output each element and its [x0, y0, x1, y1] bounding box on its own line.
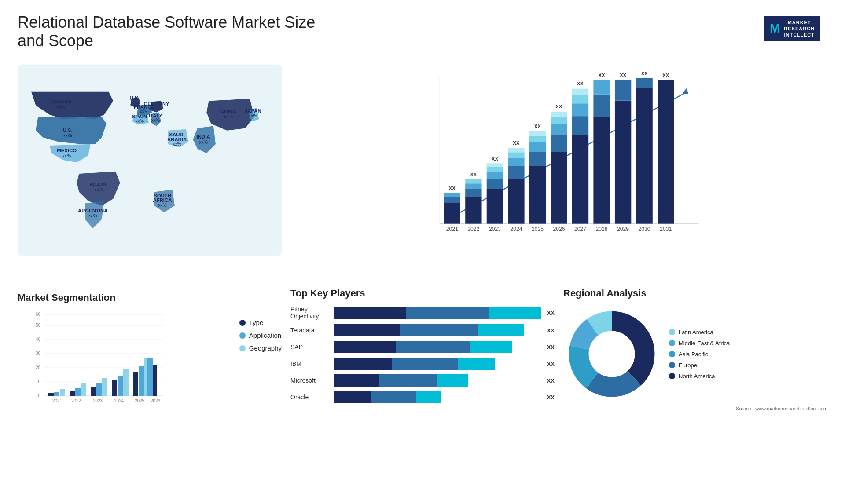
player-name-sap: SAP — [290, 343, 330, 351]
svg-text:XX: XX — [449, 186, 456, 191]
page-title: Relational Database Software Market Size… — [18, 13, 326, 50]
svg-text:XX: XX — [492, 156, 498, 161]
svg-text:ARGENTINA: ARGENTINA — [78, 208, 108, 213]
bar-seg2 — [406, 307, 489, 319]
key-players-title: Top Key Players — [290, 288, 555, 299]
player-row-microsoft: Microsoft XX — [290, 374, 555, 387]
legend-mea-label: Middle East & Africa — [679, 340, 730, 347]
player-row-sap: SAP XX — [290, 341, 555, 353]
legend-asia-dot — [669, 351, 675, 357]
bar-seg3 — [489, 307, 541, 319]
svg-marker-36 — [682, 88, 688, 95]
svg-text:AFRICA: AFRICA — [153, 197, 172, 203]
svg-point-144 — [590, 332, 634, 376]
player-bar-teradata — [334, 324, 541, 336]
segmentation-legend: Type Application Geography — [239, 310, 282, 352]
svg-text:xx%: xx% — [173, 142, 181, 146]
main-bar-chart: XX XX XX XX — [299, 68, 819, 252]
svg-rect-87 — [658, 80, 674, 224]
map-section: CANADA xx% U.S. xx% MEXICO xx% BRAZIL xx… — [18, 59, 282, 279]
legend-latin-dot — [669, 329, 675, 335]
bar-seg2 — [396, 341, 470, 353]
bar-seg3 — [470, 341, 512, 353]
svg-rect-81 — [615, 101, 631, 224]
svg-rect-84 — [636, 88, 652, 224]
player-row-ibm: IBM XX — [290, 358, 555, 370]
player-val-ibm: XX — [547, 361, 555, 367]
svg-text:JAPAN: JAPAN — [245, 108, 261, 113]
legend-application-label: Application — [249, 332, 281, 339]
svg-rect-74 — [572, 89, 588, 95]
svg-rect-121 — [81, 383, 86, 396]
regional-title: Regional Analysis — [563, 288, 827, 299]
legend-latin-label: Latin America — [679, 329, 713, 336]
legend-north-america: North America — [669, 373, 730, 380]
svg-text:2023: 2023 — [489, 226, 501, 232]
svg-text:XX: XX — [556, 104, 562, 109]
segmentation-chart: 0 10 20 30 40 50 60 — [18, 310, 282, 417]
bar-seg1 — [334, 307, 406, 319]
svg-rect-44 — [465, 179, 481, 183]
legend-latin: Latin America — [669, 329, 730, 336]
svg-rect-39 — [444, 193, 460, 197]
player-name-oracle: Oracle — [290, 394, 330, 401]
svg-rect-127 — [123, 369, 129, 396]
bar-seg1 — [334, 341, 396, 353]
svg-text:XX: XX — [534, 124, 541, 129]
bar-seg1 — [334, 374, 379, 387]
legend-mea-dot — [669, 340, 675, 346]
player-bar-ibm — [334, 358, 541, 370]
svg-text:INDIA: INDIA — [197, 134, 210, 139]
svg-rect-126 — [118, 376, 123, 396]
bar-seg2 — [392, 358, 458, 370]
svg-rect-53 — [508, 166, 524, 179]
svg-text:XX: XX — [599, 73, 605, 78]
svg-text:2030: 2030 — [639, 226, 650, 232]
logo: M MARKET RESEARCH INTELLECT — [757, 13, 827, 44]
main-content: CANADA xx% U.S. xx% MEXICO xx% BRAZIL xx… — [18, 59, 827, 422]
svg-rect-55 — [508, 152, 524, 158]
svg-rect-37 — [444, 203, 460, 224]
legend-north-america-dot — [669, 373, 675, 379]
svg-text:xx%: xx% — [88, 213, 97, 218]
bar-seg1 — [334, 358, 392, 370]
svg-text:2026: 2026 — [553, 226, 565, 232]
segmentation-section: Market Segmentation 0 10 — [18, 288, 282, 422]
svg-rect-122 — [91, 387, 96, 396]
svg-rect-85 — [636, 78, 652, 88]
svg-text:XX: XX — [470, 172, 477, 177]
legend-geography-label: Geography — [249, 344, 282, 352]
logo-line3: INTELLECT — [784, 32, 815, 38]
regional-section: Regional Analysis — [563, 288, 827, 422]
bar-seg3 — [437, 374, 468, 387]
legend-geography: Geography — [239, 344, 282, 352]
legend-type-dot — [239, 320, 246, 326]
bottom-right: Top Key Players PitneyObjectivity XX Ter… — [290, 288, 827, 422]
svg-rect-47 — [487, 179, 503, 189]
svg-text:2025: 2025 — [532, 226, 544, 232]
player-val-microsoft: XX — [547, 377, 555, 384]
bar-seg2 — [379, 374, 437, 387]
svg-text:xx%: xx% — [152, 106, 161, 111]
svg-text:BRAZIL: BRAZIL — [89, 182, 108, 187]
player-name-pitney: PitneyObjectivity — [290, 306, 330, 320]
player-val-teradata: XX — [547, 327, 555, 334]
svg-rect-72 — [572, 103, 588, 116]
player-row-teradata: Teradata XX — [290, 324, 555, 336]
svg-text:xx%: xx% — [57, 105, 66, 110]
svg-rect-123 — [96, 383, 102, 396]
svg-text:xx%: xx% — [62, 153, 71, 158]
svg-text:2021: 2021 — [446, 226, 458, 232]
svg-rect-41 — [465, 197, 481, 224]
map-svg: CANADA xx% U.S. xx% MEXICO xx% BRAZIL xx… — [18, 59, 282, 261]
svg-text:XX: XX — [513, 140, 519, 146]
key-players-section: Top Key Players PitneyObjectivity XX Ter… — [290, 288, 555, 422]
svg-text:20: 20 — [36, 365, 41, 370]
svg-text:ITALY: ITALY — [149, 113, 162, 118]
svg-rect-62 — [529, 131, 546, 136]
svg-text:xx%: xx% — [249, 113, 257, 118]
svg-rect-68 — [551, 112, 567, 117]
svg-text:SPAIN: SPAIN — [132, 114, 147, 119]
donut-legend: Latin America Middle East & Africa Asia … — [669, 329, 730, 380]
player-val-pitney: XX — [547, 310, 555, 316]
